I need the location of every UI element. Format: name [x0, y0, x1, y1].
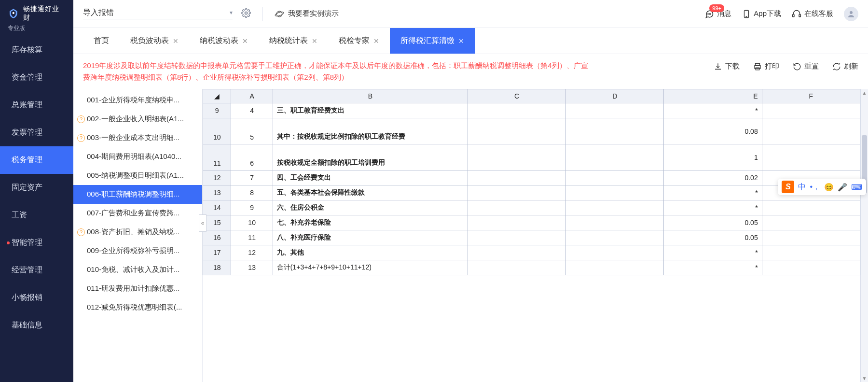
cell[interactable]: [566, 260, 664, 275]
row-header[interactable]: 14: [203, 200, 231, 215]
report-list[interactable]: 001-企业所得税年度纳税申...?002-一般企业收入明细表(A1...?00…: [73, 89, 203, 382]
tab-4[interactable]: 税检专家✕: [328, 28, 390, 54]
close-icon[interactable]: ✕: [242, 37, 248, 45]
cell[interactable]: 11: [231, 230, 273, 245]
sidebar-item-0[interactable]: 库存核算: [0, 36, 73, 64]
cell[interactable]: [762, 215, 860, 230]
cell[interactable]: [566, 170, 664, 185]
reset-button[interactable]: 重置: [793, 62, 819, 71]
cell[interactable]: [468, 118, 565, 144]
cell[interactable]: *: [664, 200, 762, 215]
close-icon[interactable]: ✕: [173, 37, 179, 45]
cell[interactable]: 六、住房公积金: [273, 200, 468, 215]
tab-5[interactable]: 所得税汇算清缴✕: [390, 28, 475, 54]
ime-keyboard-icon[interactable]: ⌨: [851, 183, 862, 192]
tab-0[interactable]: 首页: [83, 28, 120, 54]
col-header[interactable]: F: [762, 89, 860, 103]
ime-lang[interactable]: 中: [798, 182, 806, 192]
cell[interactable]: *: [664, 245, 762, 260]
customer-service-button[interactable]: 在线客服: [792, 9, 833, 19]
cell[interactable]: [566, 215, 664, 230]
avatar[interactable]: [844, 7, 858, 21]
cell[interactable]: 9: [231, 200, 273, 215]
report-item-6[interactable]: 007-广告费和业务宣传费跨...: [73, 204, 202, 223]
cell[interactable]: 其中：按税收规定比例扣除的职工教育经费: [273, 118, 468, 144]
sidebar-item-3[interactable]: 发票管理: [0, 119, 73, 146]
messages-button[interactable]: 99+ 消息: [704, 9, 731, 19]
scroll-down-icon[interactable]: ▼: [861, 374, 868, 382]
cell[interactable]: *: [664, 260, 762, 275]
row-header[interactable]: 18: [203, 260, 231, 275]
cell[interactable]: [468, 200, 565, 215]
cell[interactable]: *: [664, 103, 762, 118]
cell[interactable]: [468, 230, 565, 245]
sidebar-item-1[interactable]: 资金管理: [0, 64, 73, 91]
sidebar-item-5[interactable]: 固定资产: [0, 174, 73, 201]
cell[interactable]: [762, 230, 860, 245]
report-item-5[interactable]: 006-职工薪酬纳税调整明细...: [73, 185, 202, 204]
cell[interactable]: 0.05: [664, 230, 762, 245]
cell[interactable]: [468, 260, 565, 275]
cell[interactable]: *: [664, 185, 762, 200]
ime-emoji-icon[interactable]: 😊: [824, 183, 834, 192]
cell[interactable]: [468, 170, 565, 185]
sidebar-item-7[interactable]: 智能管理: [0, 229, 73, 256]
cell[interactable]: 7: [231, 170, 273, 185]
cell[interactable]: 三、职工教育经费支出: [273, 103, 468, 118]
sidebar-item-4[interactable]: 税务管理: [0, 146, 73, 174]
ime-toolbar[interactable]: S 中 •， 😊 🎤 ⌨: [778, 179, 866, 195]
row-header[interactable]: 13: [203, 185, 231, 200]
report-item-1[interactable]: ?002-一般企业收入明细表(A1...: [73, 110, 202, 128]
cell[interactable]: [762, 103, 860, 118]
cell[interactable]: 12: [231, 245, 273, 260]
cell[interactable]: [762, 118, 860, 144]
sidebar-item-8[interactable]: 经营管理: [0, 256, 73, 284]
cell[interactable]: [762, 260, 860, 275]
report-item-0[interactable]: 001-企业所得税年度纳税申...: [73, 91, 202, 110]
report-item-9[interactable]: 010-免税、减计收入及加计...: [73, 260, 202, 279]
col-header[interactable]: A: [231, 89, 273, 103]
cell[interactable]: [468, 144, 565, 170]
report-item-2[interactable]: ?003-一般企业成本支出明细...: [73, 128, 202, 147]
report-item-11[interactable]: 012-减免所得税优惠明细表(...: [73, 298, 202, 317]
sidebar-item-2[interactable]: 总账管理: [0, 91, 73, 119]
cell[interactable]: 五、各类基本社会保障性缴款: [273, 185, 468, 200]
sidebar-item-9[interactable]: 小畅报销: [0, 284, 73, 311]
cell[interactable]: [566, 230, 664, 245]
cell[interactable]: [566, 200, 664, 215]
scroll-track[interactable]: [861, 97, 868, 374]
app-download-button[interactable]: App下载: [742, 9, 781, 19]
cell[interactable]: [566, 144, 664, 170]
demo-link[interactable]: 我要看实例演示: [275, 9, 339, 19]
spreadsheet[interactable]: ◢ A B C D E F 94三、职工教育经费支出*105其中：按税收规定比例…: [203, 89, 860, 382]
row-header[interactable]: 15: [203, 215, 231, 230]
row-header[interactable]: 11: [203, 144, 231, 170]
sidebar-item-10[interactable]: 基础信息: [0, 311, 73, 339]
cell[interactable]: 8: [231, 185, 273, 200]
cell[interactable]: 13: [231, 260, 273, 275]
corner-cell[interactable]: ◢: [203, 89, 231, 103]
col-header[interactable]: D: [566, 89, 664, 103]
report-item-10[interactable]: 011-研发费用加计扣除优惠...: [73, 279, 202, 298]
search-input[interactable]: [83, 8, 227, 17]
scroll-up-icon[interactable]: ▲: [861, 89, 868, 97]
close-icon[interactable]: ✕: [373, 37, 379, 45]
cell[interactable]: 5: [231, 118, 273, 144]
cell[interactable]: 0.08: [664, 118, 762, 144]
cell[interactable]: 1: [664, 144, 762, 170]
cell[interactable]: 10: [231, 215, 273, 230]
cell[interactable]: [566, 118, 664, 144]
tab-2[interactable]: 纳税波动表✕: [189, 28, 259, 54]
row-header[interactable]: 9: [203, 103, 231, 118]
cell[interactable]: 4: [231, 103, 273, 118]
close-icon[interactable]: ✕: [458, 37, 464, 45]
cell[interactable]: 0.02: [664, 170, 762, 185]
tab-1[interactable]: 税负波动表✕: [120, 28, 189, 54]
download-button[interactable]: 下载: [714, 62, 740, 71]
report-item-8[interactable]: 009-企业所得税弥补亏损明...: [73, 241, 202, 260]
cell[interactable]: [468, 215, 565, 230]
row-header[interactable]: 17: [203, 245, 231, 260]
report-item-7[interactable]: ?008-资产折旧、摊销及纳税...: [73, 223, 202, 241]
cell[interactable]: 八、补充医疗保险: [273, 230, 468, 245]
cell[interactable]: 九、其他: [273, 245, 468, 260]
